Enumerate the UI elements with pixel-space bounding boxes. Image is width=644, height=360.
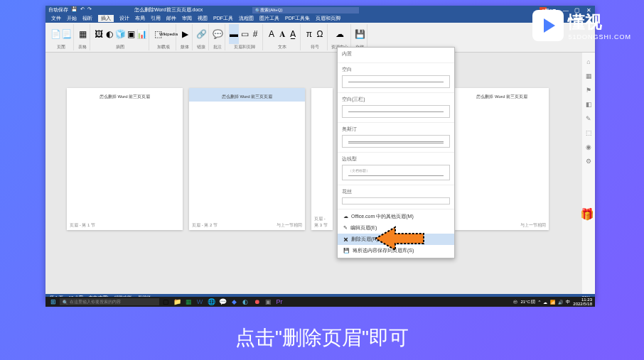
ime-icon[interactable]: ㊥ [513, 299, 517, 305]
header-style-austin[interactable] [342, 135, 450, 148]
storage-icon[interactable]: 💾 [355, 24, 365, 44]
page-4[interactable]: 怎么删掉 Word 前三页页眉 与上一节相同 [455, 88, 549, 230]
menu-picturetools[interactable]: 图片工具 [259, 15, 279, 22]
resource-icon[interactable]: ☁ [335, 24, 345, 44]
link-icon[interactable]: 🔗 [196, 24, 206, 44]
save-icon[interactable]: 💾 [71, 6, 77, 13]
right-sidebar: ⌂ ▦ ⚑ ◧ ✎ ⬚ ◉ ⚙ [582, 53, 595, 301]
menu-view[interactable]: 视图 [198, 15, 208, 22]
wordart-icon[interactable]: 𝐀 [277, 24, 287, 44]
search-box[interactable]: 🔍 搜索(Alt+Q) [252, 7, 359, 13]
side-tool1-icon[interactable]: ▦ [584, 72, 593, 81]
chart-icon[interactable]: 📊 [136, 24, 146, 44]
menu-pdftools[interactable]: PDF工具 [213, 15, 233, 22]
header-icon[interactable]: ▬ [229, 24, 239, 44]
page-header-text: 怎么删掉 Word 前三页页眉 [455, 88, 549, 102]
undo-icon[interactable]: ↶ [80, 6, 85, 13]
word-icon[interactable]: W [195, 297, 205, 307]
autosave-toggle[interactable]: 自动保存 [48, 6, 68, 13]
menu-insert[interactable]: 插入 [98, 15, 114, 22]
media-icon[interactable]: ▶ [180, 24, 190, 44]
tray-chevron-icon[interactable]: ^ [538, 300, 540, 304]
gift-decoration-icon: 🎁 [580, 207, 594, 221]
side-tool3-icon[interactable]: ◧ [584, 101, 593, 109]
pagenum-icon[interactable]: # [250, 24, 260, 44]
menu-home[interactable]: 开始 [67, 15, 77, 22]
cover-page-icon[interactable]: 📄 [50, 24, 60, 44]
menu-mailings[interactable]: 邮件 [166, 15, 176, 22]
redo-icon[interactable]: ↷ [87, 6, 92, 13]
menu-pdfset[interactable]: PDF工具集 [285, 15, 310, 22]
document-area: 怎么删掉 Word 前三页页眉 页眉 - 第 1 节 怎么删掉 Word 前三页… [45, 53, 595, 301]
explorer-icon[interactable]: 📁 [172, 297, 182, 307]
dropdown-austin-label: 奥斯汀 [342, 126, 450, 133]
side-tool2-icon[interactable]: ⚑ [584, 87, 593, 95]
app2-icon[interactable]: ◐ [240, 297, 250, 307]
premiere-icon[interactable]: Pr [274, 297, 284, 307]
blank-page-icon[interactable]: 📃 [61, 24, 71, 44]
taskbar-search[interactable]: 🔍 在这里输入你要搜索的内容 [60, 298, 159, 305]
side-tool4-icon[interactable]: ✎ [584, 115, 593, 124]
menu-design[interactable]: 设计 [119, 15, 129, 22]
side-tool7-icon[interactable]: ⚙ [584, 158, 593, 166]
menu-review[interactable]: 审阅 [182, 15, 192, 22]
titlebar: 自动保存 💾 ↶ ↷ 怎么删除Word前三页页眉.docx 🔍 搜索(Alt+Q… [45, 6, 595, 14]
menu-layout[interactable]: 布局 [135, 15, 145, 22]
onedrive-icon[interactable]: ☁ [543, 300, 547, 305]
save-to-gallery-icon: 💾 [343, 248, 350, 253]
side-tool6-icon[interactable]: ◉ [584, 143, 593, 152]
menu-headerfooter[interactable]: 页眉和页脚 [316, 15, 340, 22]
side-home-icon[interactable]: ⌂ [584, 58, 593, 67]
page-3-partial[interactable]: 页眉 - 第 3 节 [311, 88, 333, 230]
start-button[interactable]: ⊞ [48, 297, 58, 307]
page-header-text: 怎么删掉 Word 前三页页眉 [67, 88, 183, 102]
watermark-text: 懂视 [568, 11, 631, 33]
menu-file[interactable]: 文件 [51, 15, 61, 22]
side-tool5-icon[interactable]: ⬚ [584, 129, 593, 138]
edge-icon[interactable]: 🌐 [206, 297, 216, 307]
watermark-logo [532, 10, 564, 41]
header-style-blank[interactable] [342, 75, 450, 88]
dropdown-blank-label: 空白 [342, 66, 450, 73]
comment-icon[interactable]: 💬 [213, 24, 222, 44]
footer-icon[interactable]: ▭ [240, 24, 249, 44]
header-style-blank-3col[interactable] [342, 105, 450, 118]
word-app-window: 自动保存 💾 ↶ ↷ 怎么删除Word前三页页眉.docx 🔍 搜索(Alt+Q… [45, 6, 595, 301]
search-icon: 🔍 [63, 300, 68, 305]
wikipedia-icon[interactable]: Wikipedia [163, 24, 173, 44]
dropcap-icon[interactable]: A̲ [288, 24, 298, 44]
dropdown-filigree-label: 花丝 [342, 188, 450, 195]
delete-icon: 🗙 [343, 237, 348, 242]
shapes-icon[interactable]: ◐ [104, 24, 114, 44]
smartart-icon[interactable]: ▣ [126, 24, 136, 44]
3d-icon[interactable]: 🧊 [115, 24, 125, 44]
page-header-text-selected: 怎么删掉 Word 前三页页眉 [189, 88, 305, 102]
header-style-sideline[interactable]: （文档标题） [342, 165, 450, 180]
volume-icon[interactable]: 🔊 [558, 300, 563, 305]
document-title: 怎么删除Word前三页页眉.docx [134, 6, 203, 13]
table-icon[interactable]: ▦ [77, 24, 87, 44]
app-icon[interactable]: ◆ [229, 297, 239, 307]
weather-widget[interactable]: 21°C 阴 [520, 299, 535, 305]
wechat-icon[interactable]: 💬 [218, 297, 227, 307]
menu-flowchart[interactable]: 流程图 [239, 15, 254, 22]
equation-icon[interactable]: π [304, 24, 314, 44]
task-view-icon[interactable]: ▢ [161, 297, 171, 307]
watermark: 懂视 51DONGSHI.COM [532, 10, 631, 41]
header-style-filigree[interactable] [342, 197, 450, 204]
textbox-icon[interactable]: A [267, 24, 277, 44]
excel-icon[interactable]: ▦ [183, 297, 193, 307]
dropdown-sideline-label: 边线型 [342, 156, 450, 163]
menu-foxit[interactable]: 福昕 [82, 15, 92, 22]
menu-references[interactable]: 引用 [151, 15, 161, 22]
network-icon[interactable]: 📶 [550, 300, 555, 305]
picture-icon[interactable]: 🖼 [94, 24, 104, 44]
clock-date[interactable]: 2022/5/18 [573, 302, 592, 306]
office-more-headers[interactable]: ☁Office.com 中的其他页眉(M) [338, 211, 454, 222]
app3-icon[interactable]: ▣ [263, 297, 273, 307]
record-icon[interactable]: ⏺ [252, 297, 262, 307]
page-1[interactable]: 怎么删掉 Word 前三页页眉 页眉 - 第 1 节 [67, 88, 183, 230]
lang-icon[interactable]: 中 [566, 299, 570, 305]
page-2[interactable]: 怎么删掉 Word 前三页页眉 页眉 - 第 2 节与上一节相同 [189, 88, 305, 230]
symbol-icon[interactable]: Ω [315, 24, 325, 44]
